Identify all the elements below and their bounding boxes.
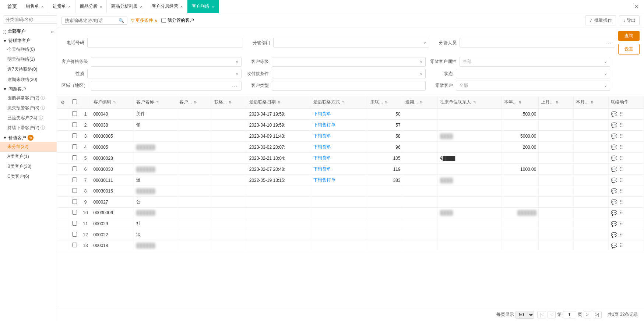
row-checkbox[interactable] <box>69 109 80 120</box>
chat-icon[interactable]: 💬 <box>611 133 617 139</box>
row-last-method[interactable] <box>311 218 368 229</box>
select-all-checkbox[interactable] <box>72 99 77 104</box>
sidebar-item-c-class[interactable]: C类客户(6) <box>0 172 57 181</box>
row-last-method[interactable] <box>311 197 368 208</box>
row-checkbox[interactable] <box>69 186 80 197</box>
col-code-header[interactable]: 客户编码 ⇅ <box>91 96 134 109</box>
row-last-method[interactable]: 下销售订单 <box>311 175 368 186</box>
customer-level-select[interactable]: ∨ <box>272 57 426 67</box>
grid-action-icon[interactable]: ⠿ <box>619 166 623 172</box>
col-this-year-header[interactable]: 本年... ⇅ <box>502 96 539 109</box>
sidebar-item-7days[interactable]: 近7天待联络(0) <box>0 64 57 74</box>
nav-tab-4-close[interactable]: × <box>180 4 183 9</box>
col-last-month-header[interactable]: 上月... ⇅ <box>539 96 574 109</box>
phone-input[interactable] <box>87 38 243 47</box>
nav-home[interactable]: 首页 <box>3 0 21 13</box>
col-this-month-header[interactable]: 本月... ⇅ <box>574 96 609 109</box>
chat-icon[interactable]: 💬 <box>611 210 617 216</box>
sidebar-item-ungroup[interactable]: 未分组(32) <box>0 142 57 152</box>
sidebar-item-today[interactable]: 今天待联络(0) <box>0 45 57 54</box>
col-settings[interactable]: ⚙ <box>57 96 69 109</box>
row-last-method[interactable]: 下销货单 <box>311 153 368 164</box>
row-last-method[interactable] <box>311 186 368 197</box>
grid-action-icon[interactable]: ⠿ <box>619 243 623 248</box>
status-select[interactable]: ∨ <box>456 69 610 78</box>
chat-icon[interactable]: 💬 <box>611 122 617 128</box>
batch-op-button[interactable]: ✓ 批量操作 <box>585 15 616 25</box>
chat-icon[interactable]: 💬 <box>611 166 617 172</box>
sidebar-search-input[interactable] <box>3 15 57 24</box>
retail-select[interactable]: 全部 ∨ <box>456 81 610 91</box>
col-no-contact-header[interactable]: 未联... ⇅ <box>368 96 403 109</box>
nav-tab-2-close[interactable]: × <box>100 4 102 9</box>
row-checkbox[interactable] <box>69 153 80 164</box>
sidebar-item-hoard-abnormal[interactable]: 囤购异常客户(2) ⓘ <box>0 93 57 103</box>
chat-icon[interactable]: 💬 <box>611 232 617 238</box>
chat-icon[interactable]: 💬 <box>611 111 617 117</box>
reset-button[interactable]: 设置 <box>618 44 640 54</box>
col-type-header[interactable]: 客户... ⇅ <box>177 96 212 109</box>
row-checkbox[interactable] <box>69 120 80 131</box>
dept-select[interactable]: ∨ <box>273 38 429 47</box>
sidebar-item-declining[interactable]: 持续下滑客户(2) ⓘ <box>0 123 57 133</box>
nav-tab-3[interactable]: 商品分析列表 × <box>107 0 147 13</box>
row-checkbox[interactable] <box>69 197 80 208</box>
price-level-select[interactable]: ∨ <box>91 57 242 67</box>
refresh-badge[interactable]: ↻ <box>28 135 34 141</box>
col-last-method-header[interactable]: 最后联络方式 ⇅ <box>311 96 368 109</box>
row-checkbox[interactable] <box>69 164 80 175</box>
row-last-method[interactable]: 下销货单 <box>311 164 368 175</box>
row-checkbox[interactable] <box>69 131 80 142</box>
grid-action-icon[interactable]: ⠿ <box>619 232 623 238</box>
grid-action-icon[interactable]: ⠿ <box>619 199 623 205</box>
settings-icon[interactable]: ⚙ <box>61 100 65 105</box>
row-last-method[interactable] <box>311 208 368 218</box>
chat-icon[interactable]: 💬 <box>611 144 617 150</box>
row-last-method[interactable]: 下销货单 <box>311 142 368 153</box>
customer-type-input[interactable] <box>272 81 426 91</box>
next-page-btn[interactable]: > <box>584 311 591 318</box>
chat-icon[interactable]: 💬 <box>611 199 617 205</box>
region-select[interactable]: ··· <box>91 81 242 91</box>
chat-icon[interactable]: 💬 <box>611 243 617 248</box>
row-checkbox[interactable] <box>69 218 80 229</box>
col-contact-person-header[interactable]: 往来单位联系人 ⇅ <box>438 96 502 109</box>
last-page-btn[interactable]: >| <box>593 311 602 318</box>
sidebar-item-churned[interactable]: 已流失客户(24) ⓘ <box>0 113 57 123</box>
col-name-header[interactable]: 客户名称 ⇅ <box>134 96 177 109</box>
grid-action-icon[interactable]: ⠿ <box>619 210 623 216</box>
sidebar-item-b-class[interactable]: B类客户(33) <box>0 162 57 172</box>
more-conditions-btn[interactable]: ▽ 更多条件 ∧ <box>131 17 158 24</box>
nav-tab-5-close[interactable]: × <box>212 4 214 9</box>
problem-group-label[interactable]: ▼ 问题客户 <box>0 85 57 93</box>
sidebar-item-tomorrow[interactable]: 明天待联络(1) <box>0 54 57 64</box>
value-group-label[interactable]: ▼ 价值客户 ↻ <box>0 133 57 142</box>
col-overdue-header[interactable]: 逾期... ⇅ <box>403 96 438 109</box>
row-checkbox[interactable] <box>69 229 80 240</box>
first-page-btn[interactable]: |< <box>537 311 546 318</box>
chat-icon[interactable]: 💬 <box>611 155 617 161</box>
row-checkbox[interactable] <box>69 142 80 153</box>
query-button[interactable]: 查询 <box>618 31 640 41</box>
row-last-method[interactable] <box>311 240 368 251</box>
page-number-input[interactable] <box>563 311 576 318</box>
retail-attr-select[interactable]: 全部 ∨ <box>460 57 610 67</box>
nav-tab-0-close[interactable]: × <box>41 4 43 9</box>
chat-icon[interactable]: 💬 <box>611 188 617 194</box>
my-customers-checkbox[interactable]: 我分管的客户 <box>161 17 194 24</box>
row-checkbox[interactable] <box>69 175 80 186</box>
chat-icon[interactable]: 💬 <box>611 177 617 183</box>
nav-close-all[interactable]: × <box>632 3 641 10</box>
sidebar-item-overdue[interactable]: 逾期未联络(30) <box>0 75 57 85</box>
row-last-method[interactable]: 下销售订单 <box>311 120 368 131</box>
payment-select[interactable]: ∨ <box>272 69 426 78</box>
grid-action-icon[interactable]: ⠿ <box>619 177 623 183</box>
row-checkbox[interactable] <box>69 208 80 218</box>
grid-action-icon[interactable]: ⠿ <box>619 155 623 161</box>
nav-tab-3-close[interactable]: × <box>140 4 142 9</box>
row-checkbox[interactable] <box>69 240 80 251</box>
row-last-method[interactable] <box>311 229 368 240</box>
nature-select[interactable]: ∨ <box>87 69 242 78</box>
col-contact-header[interactable]: 联络... ⇅ <box>212 96 247 109</box>
nav-tab-1-close[interactable]: × <box>68 4 70 9</box>
